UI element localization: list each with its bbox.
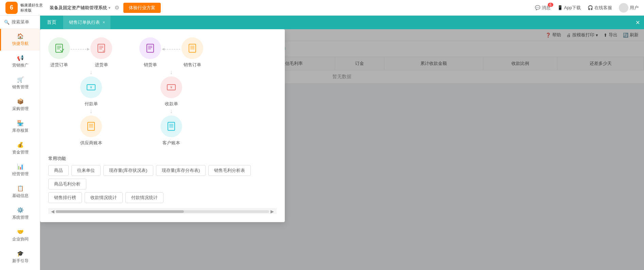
common-btn-sales-rank[interactable]: 销售排行榜 xyxy=(48,192,82,203)
scroll-bar[interactable]: ◀ ▶ xyxy=(48,209,277,214)
message-btn[interactable]: 💬 消息 6 xyxy=(535,5,551,11)
phone-icon: 📱 xyxy=(557,5,563,10)
logo-text: 畅康通好生意 标准版 xyxy=(20,3,43,13)
quick-nav-popup: 进货订单 xyxy=(40,29,285,222)
flow-left-col: 进货订单 xyxy=(48,37,112,146)
customer-account-icon xyxy=(160,115,182,137)
flow-node-sales-goods[interactable]: 销货单 xyxy=(139,37,161,68)
common-btn-goods[interactable]: 商品 xyxy=(48,165,69,176)
top-bar-left: 6 畅康通好生意 标准版 装备及固定资产辅助管理系统 ▾ ⚙ 体验行业方案 xyxy=(5,2,161,14)
close-all-tabs-btn[interactable]: ✕ xyxy=(631,19,644,26)
app-download-btn[interactable]: 📱 App下载 xyxy=(557,5,581,11)
flow-row-1: 进货订单 xyxy=(48,37,112,68)
sidebar-item-finance[interactable]: 💰 资金管理 xyxy=(0,138,40,159)
svg-text:¥: ¥ xyxy=(170,86,172,89)
flow-diagram: 进货订单 xyxy=(48,37,277,146)
logo-icon: 6 xyxy=(5,2,18,14)
tab-sales-order-execution[interactable]: 销售订单执行表 × xyxy=(64,16,110,29)
inventory-icon: 🏪 xyxy=(17,120,24,126)
settings-icon[interactable]: ⚙ xyxy=(115,4,119,11)
flow-node-purchase-receipt[interactable]: 进货单 xyxy=(90,37,112,68)
sidebar-item-quick-nav[interactable]: 🏠 快捷导航 xyxy=(0,29,40,51)
receipt-icon: ¥ xyxy=(160,76,182,98)
sidebar-item-inventory[interactable]: 🏪 库存核算 xyxy=(0,116,40,138)
flow-node-customer-account[interactable]: 客户账本 xyxy=(160,115,182,146)
flow-node-purchase-order[interactable]: 进货订单 xyxy=(48,37,70,68)
common-buttons-row: 商品 往来单位 现存量(库存状况表) 现存量(库存分布表) 销售毛利分析表 商品… xyxy=(48,165,277,190)
flow-arrow-1 xyxy=(70,47,90,52)
flow-node-payment[interactable]: ¥ 付款单 xyxy=(80,76,102,107)
common-btn-partners[interactable]: 往来单位 xyxy=(71,165,101,176)
common-btn-receipt-stats[interactable]: 收款情况统计 xyxy=(85,192,123,203)
common-btn-sales-gross[interactable]: 销售毛利分析表 xyxy=(208,165,251,176)
flow-row-payment: ¥ 付款单 xyxy=(80,76,102,107)
svg-rect-17 xyxy=(147,44,154,52)
operations-icon: 📊 xyxy=(17,163,24,170)
search-icon: 🔍 xyxy=(4,20,10,25)
supplier-account-icon xyxy=(80,115,102,137)
flow-node-sales-order[interactable]: 销售订单 xyxy=(181,37,203,68)
common-btn-payment-stats[interactable]: 付款情况统计 xyxy=(125,192,163,203)
scroll-left-arrow[interactable]: ◀ xyxy=(51,209,54,214)
sidebar-item-purchase[interactable]: 📦 采购管理 xyxy=(0,94,40,116)
svg-rect-13 xyxy=(88,122,94,130)
home-icon: 🏠 xyxy=(17,33,24,39)
svg-marker-22 xyxy=(162,48,164,51)
scroll-right-arrow[interactable]: ▶ xyxy=(271,209,274,214)
sidebar-item-operations[interactable]: 📊 经营管理 xyxy=(0,159,40,181)
basic-info-icon: 📋 xyxy=(17,185,24,192)
page-content: ❓ 帮助 🖨 按模板打印 ▾ ⬆ 导出 🔄 刷新 xyxy=(40,29,644,270)
sidebar-item-enterprise[interactable]: 🤝 企业协同 xyxy=(0,224,40,246)
sidebar-item-sales[interactable]: 🛒 销售管理 xyxy=(0,72,40,94)
svg-marker-5 xyxy=(87,48,90,51)
svg-rect-23 xyxy=(189,44,196,52)
user-menu[interactable]: 用户 xyxy=(619,3,639,13)
sales-icon: 🛒 xyxy=(17,76,24,83)
marketing-icon: 📢 xyxy=(17,55,24,61)
newbie-icon: 🎓 xyxy=(17,250,24,257)
avatar xyxy=(619,3,628,13)
flow-arrow-down-4: ↓ xyxy=(170,108,173,115)
flow-row-customer: 客户账本 xyxy=(160,115,182,146)
common-functions-section: 常用功能 商品 往来单位 现存量(库存状况表) 现存量(库存分布表) 销售毛利分… xyxy=(48,156,277,203)
tab-close-icon[interactable]: × xyxy=(103,20,105,25)
dropdown-arrow-icon: ▾ xyxy=(108,5,110,10)
common-functions-title: 常用功能 xyxy=(48,156,277,162)
scroll-track xyxy=(56,210,269,213)
sidebar-item-newbie[interactable]: 🎓 新手引导 xyxy=(0,246,40,268)
common-btn-stock-dist[interactable]: 现存量(库存分布表) xyxy=(156,165,206,176)
flow-row-sales: 销货单 xyxy=(139,37,203,68)
common-btn-stock-status[interactable]: 现存量(库存状况表) xyxy=(103,165,153,176)
flow-arrow-sales-dashed xyxy=(161,47,181,52)
sidebar-item-marketing[interactable]: 📢 营销推广 xyxy=(0,51,40,72)
tab-home[interactable]: 首页 xyxy=(40,16,64,29)
content-area: 首页 销售订单执行表 × ✕ ❓ 帮助 🖨 xyxy=(40,16,644,270)
flow-node-receipt[interactable]: ¥ 收款单 xyxy=(160,76,182,107)
flow-row-supplier: 供应商账本 xyxy=(80,115,102,146)
finance-icon: 💰 xyxy=(17,142,24,148)
common-buttons-row-2: 销售排行榜 收款情况统计 付款情况统计 xyxy=(48,192,277,203)
system-selector[interactable]: 装备及固定资产辅助管理系统 ▾ xyxy=(50,5,110,11)
flow-row-receipt: ¥ 收款单 xyxy=(160,76,182,107)
search-menu-btn[interactable]: 🔍 搜索菜单 xyxy=(0,16,40,29)
tab-bar: 首页 销售订单执行表 × ✕ xyxy=(40,16,644,29)
flow-arrow-down-3: ↓ xyxy=(170,69,173,76)
sidebar-item-system[interactable]: ⚙️ 系统管理 xyxy=(0,203,40,224)
enterprise-icon: 🤝 xyxy=(17,229,24,235)
svg-rect-6 xyxy=(98,44,105,52)
purchase-order-icon xyxy=(48,37,70,59)
flow-node-supplier-account[interactable]: 供应商账本 xyxy=(80,115,102,146)
overlay[interactable]: 进货订单 xyxy=(40,29,644,270)
scroll-thumb xyxy=(56,210,184,213)
main-body: 🔍 搜索菜单 🏠 快捷导航 📢 营销推广 🛒 销售管理 📦 采购管理 🏪 xyxy=(0,16,644,270)
system-title: 装备及固定资产辅助管理系统 xyxy=(50,5,107,11)
purchase-receipt-icon xyxy=(90,37,112,59)
svg-rect-29 xyxy=(168,122,175,130)
online-service-btn[interactable]: 🎧 在线客服 xyxy=(588,5,612,11)
common-btn-goods-gross[interactable]: 商品毛利分析 xyxy=(48,179,86,190)
purchase-icon: 📦 xyxy=(17,98,24,105)
sidebar-item-basic-info[interactable]: 📋 基础信息 xyxy=(0,181,40,203)
experience-btn[interactable]: 体验行业方案 xyxy=(123,3,161,13)
payment-icon: ¥ xyxy=(80,76,102,98)
system-icon: ⚙️ xyxy=(17,207,24,213)
